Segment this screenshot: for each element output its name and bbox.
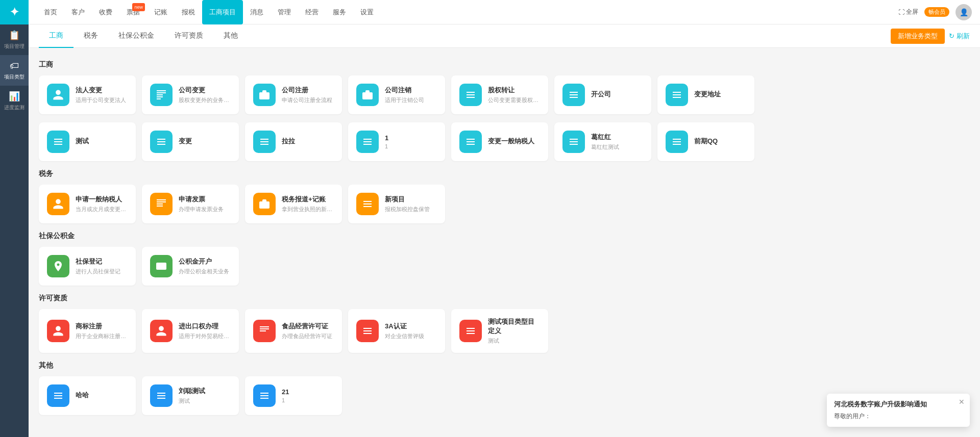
card-info-test-type: 测试项目类型目定义 测试 — [488, 317, 540, 345]
card-equity-transfer[interactable]: 股权转让 公司变更需要股权转让 — [451, 75, 548, 114]
notification-title: 河北税务数字账户升级影响通知 — [834, 400, 963, 409]
card-icon-tax-report — [253, 193, 276, 215]
card-21[interactable]: 21 1 — [245, 376, 342, 415]
sidebar: ✦ 📋 项目管理 🏷 项目类型 📊 进度监测 — [0, 0, 29, 437]
card-qianqiQQ[interactable]: 前期QQ — [657, 122, 754, 161]
nav-customer[interactable]: 客户 — [64, 0, 92, 24]
card-apply-taxpayer[interactable]: 申请一般纳税人 当月或次月成变更完成 — [39, 185, 136, 223]
tab-xuke[interactable]: 许可资质 — [164, 24, 213, 48]
card-liucong-test[interactable]: 刘聪测试 测试 — [142, 376, 239, 415]
card-title-new-project: 新项目 — [385, 195, 437, 204]
card-title-haha: 哈哈 — [76, 391, 128, 400]
nav-operation[interactable]: 经营 — [298, 0, 326, 24]
sidebar-item-project-type[interactable]: 🏷 项目类型 — [0, 55, 29, 86]
refresh-icon: ↻ — [949, 32, 954, 40]
card-title-test-type: 测试项目类型目定义 — [488, 317, 540, 336]
notification-close-button[interactable]: ✕ — [959, 398, 965, 406]
progress-monitor-icon: 📊 — [9, 91, 20, 102]
add-type-button[interactable]: 新增业务类型 — [891, 29, 945, 44]
card-info-21: 21 1 — [282, 388, 334, 403]
card-desc-company-change: 股权变更外的业务变更 — [179, 96, 231, 104]
tab-qita[interactable]: 其他 — [213, 24, 248, 48]
nav-biz[interactable]: 工商项目 — [202, 0, 243, 24]
card-info-apply-invoice: 申请发票 办理申请发票业务 — [179, 195, 231, 213]
card-title-company-register: 公司注册 — [282, 86, 334, 95]
tab-gongshang[interactable]: 工商 — [39, 24, 74, 48]
card-info-lala: 拉拉 — [282, 137, 334, 147]
nav-message[interactable]: 消息 — [243, 0, 271, 24]
section-title-xuke: 许可资质 — [39, 294, 970, 303]
sidebar-item-label: 项目类型 — [4, 73, 24, 81]
card-lala[interactable]: 拉拉 — [245, 122, 342, 161]
sidebar-item-project-mgmt[interactable]: 📋 项目管理 — [0, 24, 29, 55]
nav-billing[interactable]: 收费 — [92, 0, 119, 24]
nav-service[interactable]: 服务 — [326, 0, 353, 24]
card-trademark[interactable]: 商标注册 用于企业商标注册服务 — [39, 309, 136, 353]
card-icon-social-register — [47, 255, 69, 277]
nav-bookkeep[interactable]: 记账 — [147, 0, 175, 24]
card-change-address[interactable]: 变更地址 — [657, 75, 754, 114]
card-title-gehonghong: 葛红红 — [591, 133, 643, 142]
card-gehonghong[interactable]: 葛红红 葛红红测试 — [554, 122, 651, 161]
sidebar-item-progress-monitor[interactable]: 📊 进度监测 — [0, 86, 29, 116]
svg-rect-0 — [259, 92, 270, 99]
nav-settings[interactable]: 设置 — [353, 0, 381, 24]
card-info-apply-taxpayer: 申请一般纳税人 当月或次月成变更完成 — [76, 195, 128, 213]
card-title-company-change: 公司变更 — [179, 86, 231, 95]
card-info-tax-report: 税务报道+记账 拿到营业执照的新公司 — [282, 195, 334, 213]
card-icon-gehonghong — [562, 131, 585, 153]
card-info-new-project: 新项目 报税加税控盘保管 — [385, 195, 437, 213]
card-company-cancel[interactable]: 公司注销 适用于注销公司 — [348, 75, 445, 114]
card-desc-company-register: 申请公司注册全流程 — [282, 96, 334, 104]
card-info-one: 1 1 — [385, 134, 437, 149]
main-content: 工商 税务 社保公积金 许可资质 其他 新增业务类型 ↻ 刷新 工商 法人变更 … — [29, 24, 980, 437]
card-company-change[interactable]: 公司变更 股权变更外的业务变更 — [142, 75, 239, 114]
card-import-export[interactable]: 进出口权办理 适用于对外贸易经营者 — [142, 309, 239, 353]
card-test[interactable]: 测试 — [39, 122, 136, 161]
card-icon-test-type — [459, 320, 482, 342]
nav-tax[interactable]: 报税 — [175, 0, 202, 24]
nav-manage[interactable]: 管理 — [271, 0, 298, 24]
fullscreen-button[interactable]: ⛶ 全屏 — [898, 8, 918, 16]
card-info-change-taxpayer: 变更一般纳税人 — [488, 137, 540, 147]
card-social-register[interactable]: 社保登记 进行人员社保登记 — [39, 247, 136, 286]
card-info-import-export: 进出口权办理 适用于对外贸易经营者 — [179, 322, 231, 340]
card-tax-report[interactable]: 税务报道+记账 拿到营业执照的新公司 — [245, 185, 342, 223]
tab-shebao[interactable]: 社保公积金 — [108, 24, 164, 48]
card-company-register[interactable]: 公司注册 申请公司注册全流程 — [245, 75, 342, 114]
card-icon-food-license — [253, 320, 276, 342]
card-desc-one: 1 — [385, 143, 437, 149]
tab-shuiwu[interactable]: 税务 — [74, 24, 108, 48]
gongshang-cards: 法人变更 适用于公司变更法人 公司变更 股权变更外的业务变更 公司注册 — [39, 75, 970, 114]
card-haha[interactable]: 哈哈 — [39, 376, 136, 415]
card-title-social-register: 社保登记 — [76, 257, 128, 266]
shebao-cards: 社保登记 进行人员社保登记 公积金开户 办理公积金相关业务 — [39, 247, 970, 286]
nav-ticket[interactable]: 票据 new — [119, 0, 147, 24]
nav-home[interactable]: 首页 — [37, 0, 64, 24]
card-fund-account[interactable]: 公积金开户 办理公积金相关业务 — [142, 247, 239, 286]
avatar[interactable]: 👤 — [955, 4, 972, 20]
card-biangheng[interactable]: 变更 — [142, 122, 239, 161]
card-icon-test — [47, 131, 69, 153]
card-new-project[interactable]: 新项目 报税加税控盘保管 — [348, 185, 445, 223]
card-change-taxpayer[interactable]: 变更一般纳税人 — [451, 122, 548, 161]
card-food-license[interactable]: 食品经营许可证 办理食品经营许可证 — [245, 309, 342, 353]
card-one[interactable]: 1 1 — [348, 122, 445, 161]
refresh-button[interactable]: ↻ 刷新 — [949, 32, 970, 41]
card-icon-change-taxpayer — [459, 131, 482, 153]
card-legal-change[interactable]: 法人变更 适用于公司变更法人 — [39, 75, 136, 114]
notification-content: 尊敬的用户： — [834, 412, 963, 421]
card-desc-tax-report: 拿到营业执照的新公司 — [282, 205, 334, 213]
card-3a-cert[interactable]: 3A认证 对企业信誉评级 — [348, 309, 445, 353]
card-title-fund-account: 公积金开户 — [179, 257, 231, 266]
card-apply-invoice[interactable]: 申请发票 办理申请发票业务 — [142, 185, 239, 223]
shuiwu-cards: 申请一般纳税人 当月或次月成变更完成 申请发票 办理申请发票业务 税务报道+ — [39, 185, 970, 223]
card-test-type[interactable]: 测试项目类型目定义 测试 — [451, 309, 548, 353]
card-info-qianqiQQ: 前期QQ — [694, 137, 746, 147]
top-nav-right: ⛶ 全屏 畅会员 👤 — [898, 4, 972, 20]
card-open-company[interactable]: 开公司 — [554, 75, 651, 114]
svg-rect-3 — [362, 92, 373, 99]
card-icon-fund-account — [150, 255, 173, 277]
member-badge[interactable]: 畅会员 — [924, 7, 949, 17]
card-title-trademark: 商标注册 — [76, 322, 128, 331]
